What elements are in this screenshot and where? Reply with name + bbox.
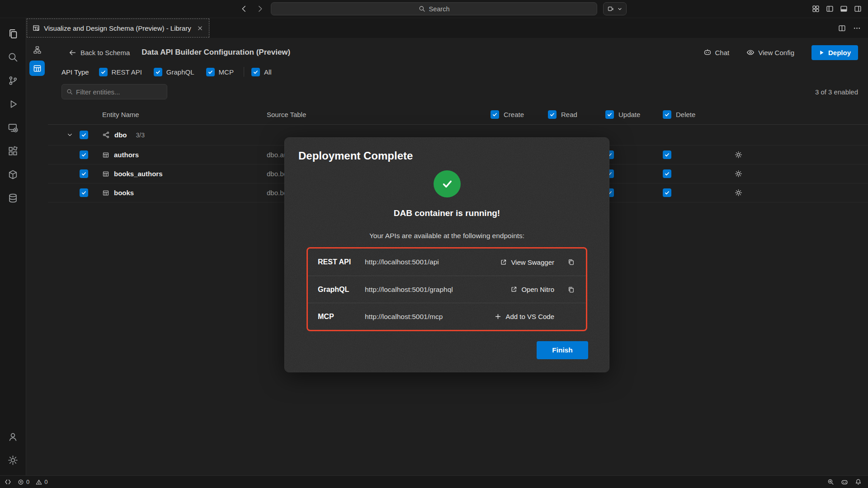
- endpoint-name: REST API: [318, 258, 365, 266]
- add-to-vscode-link[interactable]: Add to VS Code: [495, 313, 554, 320]
- sql-server-cube-icon[interactable]: [2, 163, 24, 186]
- read-label: Read: [561, 111, 577, 118]
- source-control-icon[interactable]: [2, 69, 24, 92]
- api-type-label: API Type: [61, 68, 89, 76]
- filter-entities-field[interactable]: [61, 84, 167, 99]
- schema-diagram-view-icon[interactable]: [29, 42, 45, 57]
- database-projects-icon[interactable]: [2, 186, 24, 210]
- toggle-secondary-sidebar-icon[interactable]: [854, 5, 862, 13]
- endpoint-url: http://localhost:5001/graphql: [365, 286, 453, 294]
- schema-group-count: 3/3: [136, 131, 145, 139]
- create-column-checkbox[interactable]: [491, 110, 499, 119]
- group-select-checkbox[interactable]: [80, 131, 88, 139]
- api-type-row: API Type REST API GraphQL MCP: [48, 61, 868, 80]
- page-title: Data API Builder Configuration (Preview): [142, 48, 290, 57]
- plus-icon: [495, 313, 501, 320]
- warning-icon: [36, 479, 42, 485]
- finish-button[interactable]: Finish: [537, 341, 588, 359]
- explorer-icon[interactable]: [2, 22, 24, 45]
- endpoint-url: http://localhost:5001/mcp: [365, 313, 443, 321]
- row-settings-gear-icon[interactable]: [735, 189, 742, 197]
- add-to-vscode-label: Add to VS Code: [505, 313, 554, 320]
- editor-actions: [838, 18, 861, 38]
- remote-explorer-icon[interactable]: [2, 116, 24, 139]
- zoom-icon[interactable]: [827, 479, 834, 485]
- row-settings-gear-icon[interactable]: [735, 151, 742, 159]
- title-bar: Search: [0, 0, 868, 18]
- dab-status-text: DAB container is running!: [285, 208, 609, 218]
- run-debug-icon[interactable]: [2, 92, 24, 116]
- problems-errors[interactable]: 0: [18, 479, 29, 485]
- remote-indicator-icon[interactable]: [5, 479, 11, 485]
- deploy-label: Deploy: [828, 49, 851, 56]
- tab-title: Visualize and Design Schema (Preview) - …: [44, 24, 191, 32]
- error-count: 0: [26, 479, 29, 485]
- api-type-mcp-option[interactable]: MCP: [206, 68, 234, 76]
- view-config-label: View Config: [758, 49, 794, 56]
- row-settings-gear-icon[interactable]: [735, 170, 742, 178]
- tab-visualize-design-schema[interactable]: Visualize and Design Schema (Preview) - …: [26, 18, 210, 38]
- delete-column-checkbox[interactable]: [663, 110, 671, 119]
- status-bar: 0 0: [0, 475, 868, 488]
- notifications-bell-icon[interactable]: [855, 479, 862, 485]
- view-swagger-link[interactable]: View Swagger: [500, 258, 554, 266]
- chevron-down-icon[interactable]: [60, 131, 80, 138]
- api-type-rest-option[interactable]: REST API: [99, 68, 142, 76]
- problems-warnings[interactable]: 0: [36, 479, 47, 485]
- source-table-header: Source Table: [267, 111, 491, 118]
- tab-close-icon[interactable]: [197, 25, 203, 31]
- chat-button[interactable]: Chat: [703, 48, 730, 56]
- table-grid-icon: [102, 170, 109, 178]
- schema-group-name: dbo: [114, 131, 127, 139]
- toggle-panel-icon[interactable]: [840, 5, 848, 13]
- endpoints-box: REST API http://localhost:5001/api View …: [307, 247, 587, 331]
- back-arrow-icon[interactable]: [239, 4, 249, 14]
- error-icon: [18, 479, 24, 485]
- api-config-view-icon[interactable]: [29, 61, 45, 76]
- launch-profile-button[interactable]: [603, 2, 627, 15]
- copy-icon[interactable]: [566, 258, 576, 266]
- mcp-checkbox[interactable]: [206, 68, 215, 76]
- chat-label: Chat: [715, 49, 730, 56]
- forward-arrow-icon[interactable]: [255, 4, 265, 14]
- delete-checkbox[interactable]: [663, 188, 671, 197]
- warning-count: 0: [44, 479, 47, 485]
- delete-checkbox[interactable]: [663, 150, 671, 159]
- account-icon[interactable]: [2, 425, 24, 448]
- extensions-icon[interactable]: [2, 139, 24, 163]
- deploy-button[interactable]: Deploy: [811, 45, 858, 60]
- copilot-icon[interactable]: [841, 479, 848, 486]
- back-to-schema-link[interactable]: Back to Schema: [69, 49, 130, 56]
- copy-icon[interactable]: [566, 286, 576, 293]
- api-type-graphql-option[interactable]: GraphQL: [154, 68, 194, 76]
- update-column-checkbox[interactable]: [605, 110, 614, 119]
- activity-bar: [0, 18, 26, 475]
- endpoint-row-graphql: GraphQL http://localhost:5001/graphql Op…: [308, 276, 586, 303]
- split-editor-icon[interactable]: [838, 24, 846, 32]
- row-select-checkbox[interactable]: [80, 150, 88, 159]
- external-link-icon: [510, 286, 517, 293]
- row-select-checkbox[interactable]: [80, 188, 88, 197]
- api-type-all-option[interactable]: All: [251, 68, 272, 76]
- settings-gear-icon[interactable]: [2, 448, 24, 472]
- graphql-checkbox[interactable]: [154, 68, 162, 76]
- command-center-search[interactable]: Search: [271, 2, 597, 15]
- dialog-footer: Finish: [285, 331, 609, 359]
- search-sidebar-icon[interactable]: [2, 45, 24, 69]
- toggle-sidebar-icon[interactable]: [826, 5, 834, 13]
- view-config-button[interactable]: View Config: [746, 48, 794, 56]
- mcp-label: MCP: [219, 68, 234, 76]
- all-checkbox[interactable]: [251, 68, 260, 76]
- read-column-checkbox[interactable]: [548, 110, 557, 119]
- search-label: Search: [429, 5, 450, 13]
- filter-entities-input[interactable]: [76, 88, 162, 96]
- all-label: All: [264, 68, 272, 76]
- header-actions: Chat View Config Deploy: [703, 45, 858, 60]
- open-nitro-link[interactable]: Open Nitro: [510, 286, 554, 293]
- row-select-checkbox[interactable]: [80, 169, 88, 178]
- rest-api-checkbox[interactable]: [99, 68, 108, 76]
- deployment-complete-dialog: Deployment Complete DAB container is run…: [284, 137, 609, 372]
- delete-checkbox[interactable]: [663, 169, 671, 178]
- more-actions-icon[interactable]: [853, 24, 861, 32]
- customize-layout-icon[interactable]: [812, 5, 820, 13]
